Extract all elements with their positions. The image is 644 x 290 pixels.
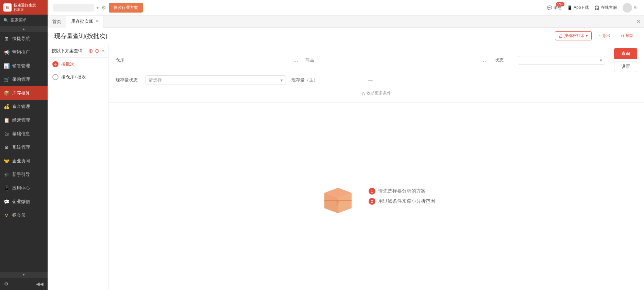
search-input[interactable]	[53, 4, 94, 12]
scheme-by-batch[interactable]: ⊙ 按批次	[48, 58, 108, 71]
sidebar-item-wechat[interactable]: 💬 企业微信	[0, 195, 48, 209]
step-1-text: 请先选择要分析的方案	[378, 188, 426, 194]
panel-close-icon[interactable]: ✕	[636, 18, 641, 25]
operations-icon: 📋	[3, 117, 10, 123]
goods-input[interactable]	[328, 56, 479, 64]
export-label: 导出	[602, 33, 610, 39]
sidebar-scroll-down[interactable]: ▼	[0, 272, 48, 277]
sidebar-scroll-up[interactable]: ▲	[0, 26, 48, 32]
left-panel: 按以下方案查询 ⊕ ⊙ « ⊙ 按批次 ○ 按仓库+批次	[48, 44, 109, 290]
sidebar-item-finance[interactable]: 💰 资金管理	[0, 100, 48, 113]
wechat-icon: 💬	[3, 199, 10, 205]
settings-btn[interactable]: 设置	[614, 61, 637, 72]
sidebar-item-purchase[interactable]: 🛒 采购管理	[0, 73, 48, 86]
sidebar-item-cooperation[interactable]: 🤝 企业协同	[0, 154, 48, 168]
collapse-sidebar-icon[interactable]: ◀◀	[36, 281, 44, 287]
sidebar-item-member[interactable]: V 畅会员	[0, 209, 48, 222]
sidebar-item-basic-info[interactable]: 🗂 基础信息	[0, 127, 48, 141]
stock-qty-label: 现存量（主）	[291, 77, 319, 83]
scheme-by-batch-label: 按批次	[61, 61, 74, 67]
experience-btn[interactable]: 体验行业方案	[109, 3, 143, 13]
settings-icon[interactable]: ⚙	[4, 281, 9, 287]
sidebar-item-inventory[interactable]: 📦 库存核算	[0, 86, 48, 100]
warehouse-more-icon[interactable]: …	[292, 57, 300, 63]
user-avatar[interactable]: Rit	[623, 3, 639, 13]
sidebar-item-label: 畅会员	[12, 212, 26, 218]
stock-qty-from[interactable]	[321, 76, 362, 84]
refresh-label: 刷新	[626, 33, 634, 39]
search-icon: 🔍	[3, 18, 9, 23]
messages-badge: 99+	[556, 2, 564, 6]
sidebar-footer: ⚙ ◀◀	[0, 277, 48, 290]
tab-close-icon[interactable]: ✕	[95, 19, 98, 23]
goods-more-icon[interactable]: …	[481, 57, 489, 63]
sidebar-item-app-center[interactable]: 📱 应用中心	[0, 181, 48, 195]
sidebar-item-operations[interactable]: 📋 经营管理	[0, 113, 48, 127]
filter-bar: 仓库 … 商品 … 状态 ▾	[109, 44, 644, 103]
warehouse-field: 仓库 …	[116, 56, 300, 64]
message-icon: 💬	[547, 5, 552, 10]
left-panel-header: 按以下方案查询 ⊕ ⊙ «	[48, 44, 108, 58]
stock-qty-field: 现存量（主） —	[291, 76, 462, 84]
brand-name: 畅康通好生意	[14, 3, 36, 7]
status-field: 状态 ▾	[495, 56, 605, 65]
tab-home[interactable]: 首页	[48, 16, 66, 28]
sidebar-item-guide[interactable]: 🎓 新手引导	[0, 168, 48, 181]
status-select[interactable]: ▾	[518, 56, 605, 65]
tabbar: 首页 库存批次账 ✕ ✕	[48, 16, 644, 28]
warehouse-input[interactable]	[139, 56, 289, 64]
sidebar-item-label: 新手引导	[12, 171, 30, 178]
cooperation-icon: 🤝	[3, 158, 10, 164]
app-logo: 6	[3, 3, 12, 12]
page-title: 现存量查询(按批次)	[54, 32, 107, 40]
refresh-btn[interactable]: ↺ 刷新	[617, 32, 637, 40]
sidebar-nav: ⊞ 快捷导航 📢 营销推广 📊 销售管理 🛒 采购管理 📦 库存核算 💰 资金管…	[0, 32, 48, 272]
stock-qty-to[interactable]	[379, 76, 420, 84]
collapse-panel-icon[interactable]: «	[101, 48, 104, 54]
stock-status-select[interactable]: 请选择 ▾	[146, 75, 286, 85]
scheme-by-warehouse-batch[interactable]: ○ 按仓库+批次	[48, 71, 108, 84]
collapse-more-btn[interactable]: ⋀ 收起更多条件	[116, 88, 637, 98]
add-scheme-icon[interactable]: ⊕	[88, 48, 93, 54]
sidebar-header: 6 畅康通好生意 标准版	[0, 0, 48, 15]
status-label: 状态	[495, 57, 515, 63]
sidebar-item-label: 库存核算	[12, 90, 30, 96]
query-btn[interactable]: 查询	[614, 48, 637, 59]
stock-qty-dash: —	[365, 78, 376, 83]
content-area: 按以下方案查询 ⊕ ⊙ « ⊙ 按批次 ○ 按仓库+批次	[48, 44, 644, 290]
sidebar-item-label: 营销推广	[12, 49, 30, 55]
sidebar-item-quick-nav[interactable]: ⊞ 快捷导航	[0, 32, 48, 46]
quick-nav-icon: ⊞	[3, 36, 10, 42]
sidebar-item-marketing[interactable]: 📢 营销推广	[0, 46, 48, 59]
page-header: 现存量查询(按批次) 🖨 按模板打印 ▾ ↑ 导出 ↺ 刷新	[48, 28, 644, 44]
filter-row-1: 仓库 … 商品 … 状态 ▾	[116, 48, 637, 72]
messages-btn[interactable]: 💬 消息 99+	[547, 5, 562, 11]
online-service-btn[interactable]: 🎧 在线客服	[594, 5, 617, 11]
settings-scheme-icon[interactable]: ⊙	[95, 48, 99, 54]
sidebar-item-label: 企业协同	[12, 158, 30, 164]
finance-icon: 💰	[3, 104, 10, 110]
topbar-gear-icon[interactable]: ⚙	[101, 4, 106, 11]
collapse-label: 收起更多条件	[367, 90, 391, 96]
scheme-inactive-icon: ○	[52, 74, 58, 80]
sidebar-item-system[interactable]: ⚙ 系统管理	[0, 141, 48, 154]
export-btn[interactable]: ↑ 导出	[595, 31, 614, 40]
print-dropdown-icon[interactable]: ▾	[586, 34, 588, 38]
headset-icon: 🎧	[594, 5, 599, 10]
topbar: ▾ ⚙ 体验行业方案 💬 消息 99+ 📱 App下载 🎧 在线客服 Rit	[48, 0, 644, 16]
sidebar: 6 畅康通好生意 标准版 🔍 搜索菜单 ▲ ⊞ 快捷导航 📢 营销推广 📊 销售…	[0, 0, 48, 290]
online-service-label: 在线客服	[601, 5, 617, 11]
scheme-active-icon: ⊙	[52, 61, 58, 67]
tab-inventory-batch-label: 库存批次账	[71, 18, 93, 24]
app-download-btn[interactable]: 📱 App下载	[567, 5, 589, 11]
sales-icon: 📊	[3, 63, 10, 69]
search-menu-item[interactable]: 🔍 搜索菜单	[0, 15, 48, 26]
topbar-left: ▾ ⚙ 体验行业方案	[53, 3, 544, 13]
sidebar-item-sales[interactable]: 📊 销售管理	[0, 59, 48, 73]
print-label: 按模板打印	[564, 33, 584, 39]
print-btn[interactable]: 🖨 按模板打印 ▾	[555, 31, 592, 40]
dropdown-arrow-icon[interactable]: ▾	[97, 5, 99, 10]
tab-inventory-batch[interactable]: 库存批次账 ✕	[66, 16, 103, 28]
purchase-icon: 🛒	[3, 76, 10, 83]
empty-step-1: 1 请先选择要分析的方案	[369, 188, 435, 195]
